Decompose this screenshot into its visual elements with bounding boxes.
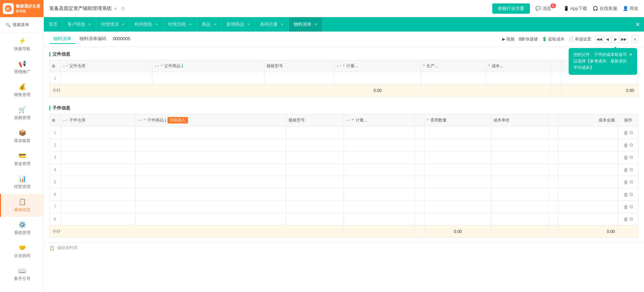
child-unit-cell-4[interactable]	[344, 164, 414, 176]
delete-icon-2[interactable]: 🗑	[623, 142, 628, 148]
child-unit-cell-6[interactable]	[344, 188, 414, 201]
child-quantity-cell-2[interactable]	[425, 139, 491, 151]
child-unit-price-cell-7[interactable]	[491, 201, 548, 213]
search-menu-item[interactable]: 🔍 搜索菜单	[3, 20, 41, 30]
extract-cost-action[interactable]: 💲 提取成本	[542, 36, 565, 42]
tab-new-product[interactable]: 新增商品 ✕	[222, 17, 255, 32]
tab-profit[interactable]: 利润报告 ✕	[130, 17, 163, 32]
tooltip-close-btn[interactable]: ✕	[629, 51, 632, 58]
child-unit-price-cell-6[interactable]	[491, 188, 548, 201]
child-product-cell-3[interactable]	[135, 151, 286, 164]
parent-unit-cell-1[interactable]	[334, 72, 421, 84]
child-product-cell-5[interactable]	[135, 176, 286, 188]
child-quantity-cell-6[interactable]	[425, 188, 491, 201]
parent-cost-cell-1[interactable]	[486, 72, 551, 84]
delete-icon-8[interactable]: 🗑	[623, 217, 628, 222]
scan-input-button[interactable]: 扫码录入	[168, 117, 188, 124]
parent-spec-cell-1[interactable]	[264, 72, 334, 84]
grid-view-btn[interactable]: ≡	[632, 35, 639, 43]
child-quantity-cell-8[interactable]	[425, 213, 491, 225]
tab-close-customer[interactable]: ✕	[88, 22, 91, 27]
delete-icon-1[interactable]: 🗑	[623, 130, 628, 136]
tab-history[interactable]: 经营历程 ✕	[163, 17, 197, 32]
child-quantity-cell-4[interactable]	[425, 164, 491, 176]
delete-icon-3[interactable]: 🗑	[623, 155, 628, 160]
child-spec-cell-1[interactable]	[286, 127, 343, 139]
tab-close-bom[interactable]: ✕	[314, 22, 317, 27]
child-product-cell-6[interactable]	[135, 188, 286, 201]
child-spec-cell-7[interactable]	[286, 201, 343, 213]
child-unit-price-cell-4[interactable]	[491, 164, 548, 176]
pager-last-btn[interactable]: ▶▶	[620, 35, 628, 43]
copy-icon-4[interactable]: ⧉	[630, 167, 633, 173]
sidebar-item-finance[interactable]: 💳 资金管理	[0, 148, 44, 171]
child-quantity-cell-5[interactable]	[425, 176, 491, 188]
tab-customer[interactable]: 客户联络 ✕	[63, 17, 96, 32]
sidebar-item-inventory[interactable]: 📦 库存核算	[0, 125, 44, 148]
child-unit-cell-3[interactable]	[344, 151, 414, 164]
child-unit-cell-1[interactable]	[344, 127, 414, 139]
tab-bar-close-btn[interactable]: ✕	[631, 21, 644, 28]
child-warehouse-cell-2[interactable]	[61, 139, 136, 151]
tab-operation[interactable]: 经营情况 ✕	[96, 17, 130, 32]
child-spec-cell-4[interactable]	[286, 164, 343, 176]
child-unit-cell-5[interactable]	[344, 176, 414, 188]
sidebar-item-marketing[interactable]: 📢 营销推广	[0, 56, 44, 79]
child-warehouse-cell-7[interactable]	[61, 201, 136, 213]
child-unit-cell-8[interactable]	[344, 213, 414, 225]
tab-bom[interactable]: 物料清单 ✕	[289, 17, 322, 32]
child-spec-cell-2[interactable]	[286, 139, 343, 151]
child-product-cell-7[interactable]	[135, 201, 286, 213]
delete-icon-5[interactable]: 🗑	[623, 179, 628, 185]
tab-close-history[interactable]: ✕	[189, 22, 192, 27]
sidebar-item-collab[interactable]: 🤝 企业协同	[0, 240, 44, 263]
parent-production-cell-1[interactable]	[421, 72, 486, 84]
child-unit-cell-7[interactable]	[344, 201, 414, 213]
sidebar-item-guide[interactable]: 📖 新手引导	[0, 263, 44, 286]
child-col-settings[interactable]: ⚙	[50, 114, 61, 127]
child-quantity-cell-3[interactable]	[425, 151, 491, 164]
app-download-action[interactable]: 📱 App下载	[564, 5, 587, 12]
delete-icon-7[interactable]: 🗑	[623, 204, 628, 210]
sub-tab-bom[interactable]: 物料清单	[49, 34, 75, 44]
copy-icon-6[interactable]: ⧉	[630, 191, 633, 197]
sidebar-item-purchase[interactable]: 🛒 采购管理	[0, 102, 44, 125]
copy-icon-5[interactable]: ⧉	[630, 179, 633, 185]
tab-barcode[interactable]: 条码方案 ✕	[255, 17, 289, 32]
online-service-action[interactable]: 🎧 在线客服	[593, 5, 617, 12]
sub-tab-code[interactable]: 物料清单编码 0000005	[75, 34, 134, 44]
pager-first-btn[interactable]: ◀◀	[595, 35, 603, 43]
header-dropdown-arrow[interactable]: ▾	[114, 6, 117, 11]
tab-close-new-product[interactable]: ✕	[247, 22, 250, 27]
child-spec-cell-3[interactable]	[286, 151, 343, 164]
child-warehouse-cell-5[interactable]	[61, 176, 136, 188]
child-spec-cell-6[interactable]	[286, 188, 343, 201]
message-action[interactable]: 💬 消息 6	[535, 5, 558, 12]
sidebar-item-operation[interactable]: 📊 经营管理	[0, 171, 44, 194]
tab-close-profit[interactable]: ✕	[155, 22, 158, 27]
tab-close-operation[interactable]: ✕	[122, 22, 125, 27]
sidebar-item-system[interactable]: ⚙️ 系统管理	[0, 217, 44, 240]
sidebar-item-base[interactable]: 📋 基础信息	[0, 194, 44, 217]
sidebar-item-sales[interactable]: 💰 销售管理	[0, 79, 44, 102]
child-spec-cell-5[interactable]	[286, 176, 343, 188]
copy-icon-3[interactable]: ⧉	[630, 154, 633, 160]
parent-col-settings[interactable]: ⚙	[50, 60, 61, 72]
delete-icon-4[interactable]: 🗑	[623, 167, 628, 173]
copy-icon-7[interactable]: ⧉	[630, 204, 633, 210]
tab-close-product[interactable]: ✕	[213, 22, 216, 27]
child-unit-cell-2[interactable]	[344, 139, 414, 151]
pager-prev-btn[interactable]: ◀	[604, 35, 611, 43]
child-product-cell-8[interactable]	[135, 213, 286, 225]
parent-product-cell-1[interactable]	[152, 72, 264, 84]
child-warehouse-cell-8[interactable]	[61, 213, 136, 225]
child-warehouse-cell-1[interactable]	[61, 127, 136, 139]
single-settings-action[interactable]: 📄 单据设置	[569, 36, 591, 42]
copy-icon-1[interactable]: ⧉	[630, 130, 633, 136]
try-industry-button[interactable]: 体验行业方案	[492, 3, 530, 14]
settings-icon[interactable]: ⚙	[121, 6, 125, 11]
parent-warehouse-cell-1[interactable]	[61, 72, 152, 84]
view-action[interactable]: ▶ 视频	[502, 36, 515, 42]
tab-close-barcode[interactable]: ✕	[281, 22, 284, 27]
tab-home[interactable]: 首页	[44, 17, 63, 32]
